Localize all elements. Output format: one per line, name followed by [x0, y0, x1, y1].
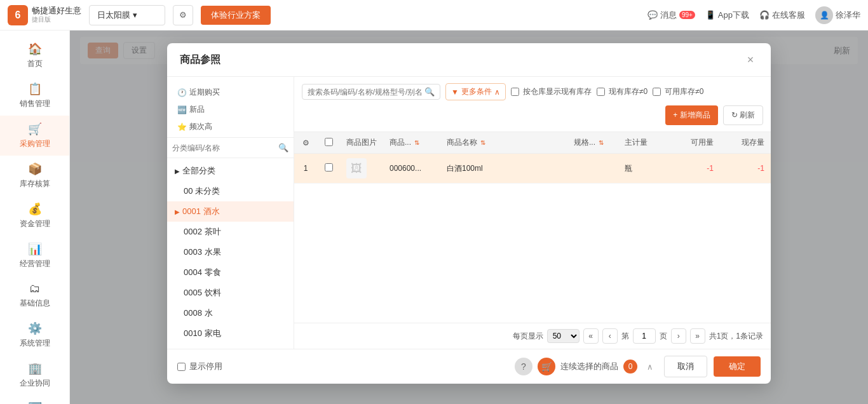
main-layout: 🏠 首页 📋 销售管理 🛒 采购管理 📦 库存核算 💰 资金管理 📊 经营管理 …: [0, 30, 868, 404]
logo-area: 6 畅捷通好生意 捷目版: [8, 5, 81, 25]
nav-frequent[interactable]: ⭐ 频次高: [172, 119, 288, 135]
headset-icon: 🎧: [759, 10, 770, 20]
tree-arrow-all: ▶: [175, 168, 180, 175]
modal-body: 🕐 近期购买 🆕 新品 ⭐ 频次高: [167, 77, 771, 349]
tree-label-0004: 0004 零食: [184, 267, 221, 278]
filter-btn[interactable]: ▼ 更多条件 ∧: [445, 83, 506, 100]
basic-icon: 🗂: [29, 282, 41, 295]
business-icon: 📊: [28, 242, 42, 256]
product-spec: [567, 154, 618, 184]
col-code-header[interactable]: 商品... ⇅: [383, 132, 440, 154]
tree-item-0003[interactable]: 0003 水果: [167, 242, 294, 262]
sidebar-label-finance: 资金管理: [20, 219, 50, 229]
close-btn[interactable]: ×: [743, 52, 758, 67]
tree-item-0005[interactable]: 0005 饮料: [167, 283, 294, 303]
nav-new-label: 新品: [189, 104, 205, 115]
message-btn[interactable]: 💬 消息 99+: [648, 10, 695, 21]
sidebar-item-inventory[interactable]: 📦 库存核算: [0, 156, 69, 196]
per-page-select[interactable]: 10 20 50 100: [547, 329, 580, 343]
nav-recent[interactable]: 🕐 近期购买: [172, 84, 288, 100]
logo-title: 畅捷通好生意: [32, 6, 81, 16]
toolbar: 🔍 ▼ 更多条件 ∧ 按仓库显示现有库存: [294, 77, 771, 132]
tree-item-0001[interactable]: ▶ 0001 酒水: [167, 201, 294, 222]
app-download-btn[interactable]: 📱 App下载: [705, 10, 749, 21]
tree-label-0010: 0010 家电: [184, 328, 221, 339]
sidebar-label-business: 经营管理: [20, 259, 50, 269]
next-page-btn[interactable]: ›: [671, 328, 686, 344]
collapse-icon[interactable]: ∧: [642, 359, 658, 374]
message-icon: 💬: [648, 10, 658, 20]
table-container: ⚙ 商品图片 商品...: [294, 132, 771, 323]
table-row[interactable]: 1 🖼 000600... 白酒100ml: [294, 154, 771, 184]
sidebar-label-inventory: 库存核算: [20, 178, 50, 189]
nav-new[interactable]: 🆕 新品: [172, 102, 288, 118]
continuous-label: 连续选择的商品: [560, 361, 618, 372]
prev-page-btn[interactable]: ‹: [602, 328, 618, 344]
tree-label-00: 00 未分类: [184, 185, 220, 197]
checkbox-stock-label: 现有库存≠0: [609, 86, 648, 97]
row-checkbox[interactable]: [325, 163, 333, 172]
home-icon: 🏠: [28, 42, 42, 56]
nav-dropdown[interactable]: 日太阳膜 ▾: [89, 5, 165, 25]
checkbox-stock[interactable]: [597, 88, 605, 96]
sidebar-item-guide[interactable]: 🆕 新手引导: [0, 395, 69, 404]
col-settings[interactable]: ⚙: [294, 132, 317, 154]
sidebar-item-home[interactable]: 🏠 首页: [0, 36, 69, 76]
online-service-btn[interactable]: 🎧 在线客服: [759, 10, 805, 21]
product-table: ⚙ 商品图片 商品...: [294, 132, 771, 184]
tree-item-0010[interactable]: 0010 家电: [167, 323, 294, 344]
tree-item-00[interactable]: 00 未分类: [167, 181, 294, 201]
trial-btn[interactable]: 体验行业方案: [201, 6, 271, 25]
select-all-checkbox[interactable]: [325, 138, 333, 146]
tree-search-input[interactable]: [172, 144, 276, 152]
col-spec-header[interactable]: 规格... ⇅: [567, 132, 618, 154]
cart-icon[interactable]: 🛒: [538, 358, 555, 375]
tree-search-icon[interactable]: 🔍: [278, 143, 288, 152]
sidebar-item-system[interactable]: ⚙️ 系统管理: [0, 315, 69, 355]
col-stock-header: 现存量: [720, 132, 771, 154]
tree-label-0005: 0005 饮料: [184, 287, 221, 299]
first-page-btn[interactable]: «: [583, 328, 599, 344]
tree-item-all[interactable]: ▶ 全部分类: [167, 161, 294, 181]
refresh-btn[interactable]: ↻ 刷新: [723, 105, 763, 125]
sidebar: 🏠 首页 📋 销售管理 🛒 采购管理 📦 库存核算 💰 资金管理 📊 经营管理 …: [0, 30, 70, 404]
sidebar-item-sales[interactable]: 📋 销售管理: [0, 76, 69, 116]
checkbox-avail[interactable]: [653, 88, 661, 96]
sidebar-item-purchase[interactable]: 🛒 采购管理: [0, 116, 69, 156]
last-page-btn[interactable]: »: [690, 328, 705, 344]
nav-frequent-label: 频次高: [189, 121, 212, 132]
settings-icon[interactable]: ⚙: [173, 5, 193, 25]
modal-overlay: 商品参照 × 🕐 近期购买 🆕: [70, 30, 868, 404]
logo-icon: 6: [8, 5, 28, 25]
tree-item-0008[interactable]: 0008 水: [167, 303, 294, 323]
tree-label-0002: 0002 茶叶: [184, 226, 221, 238]
col-unit-header: 主计量: [618, 132, 663, 154]
modal-footer: 显示停用 ? 🛒 连续选择的商品 0 ∧ 取消 确定: [167, 349, 771, 384]
add-product-btn[interactable]: + 新增商品: [665, 105, 717, 125]
product-thumb: 🖼: [346, 158, 367, 178]
product-available: -1: [663, 154, 720, 184]
sidebar-item-finance[interactable]: 💰 资金管理: [0, 196, 69, 236]
nav-recent-label: 近期购买: [189, 87, 220, 98]
sidebar-item-basic[interactable]: 🗂 基础信息: [0, 276, 69, 315]
logo-sub: 捷目版: [32, 15, 81, 24]
sort-arrows-spec: ⇅: [599, 139, 604, 146]
cancel-btn[interactable]: 取消: [664, 356, 707, 377]
sidebar-item-enterprise[interactable]: 🏢 企业协同: [0, 355, 69, 395]
message-label: 消息: [660, 10, 677, 21]
confirm-btn[interactable]: 确定: [714, 356, 761, 377]
help-icon[interactable]: ?: [515, 358, 532, 375]
col-name-header[interactable]: 商品名称 ⇅: [440, 132, 567, 154]
show-disabled-checkbox[interactable]: [177, 363, 186, 371]
tree-item-0002[interactable]: 0002 茶叶: [167, 222, 294, 242]
tree-item-0004[interactable]: 0004 零食: [167, 262, 294, 283]
online-service-label: 在线客服: [772, 10, 805, 21]
product-name: 白酒100ml: [440, 154, 567, 184]
sidebar-item-business[interactable]: 📊 经营管理: [0, 236, 69, 276]
page-input[interactable]: [633, 328, 656, 344]
right-panel: 🔍 ▼ 更多条件 ∧ 按仓库显示现有库存: [294, 77, 771, 349]
search-input[interactable]: [308, 88, 422, 97]
checkbox-warehouse[interactable]: [511, 88, 519, 96]
user-profile[interactable]: 👤 徐泽华: [815, 6, 860, 24]
search-icon[interactable]: 🔍: [424, 87, 435, 97]
